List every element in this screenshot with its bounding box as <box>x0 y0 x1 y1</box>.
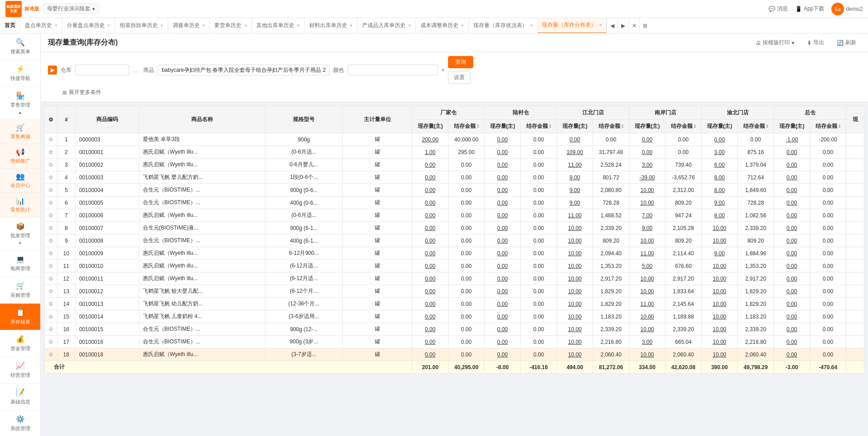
tab-product-in[interactable]: 产成品入库单历史 × <box>358 18 416 33</box>
table-cell-num[interactable]: 9.00 <box>702 197 738 209</box>
table-cell-num[interactable]: 9.00 <box>702 247 738 260</box>
sidebar-item-retail-store[interactable]: 🛒 零售商城 <box>0 120 40 144</box>
tab-assemble[interactable]: 组装拆卸单历史 × <box>115 18 168 33</box>
table-cell-num[interactable]: 0.00 <box>557 133 593 146</box>
tab-cost-adjust[interactable]: 成本调整单历史 × <box>416 18 469 33</box>
table-cell-num[interactable]: 8.00 <box>702 184 738 197</box>
info-icon-2[interactable]: ℹ <box>549 124 551 129</box>
table-cell-num[interactable]: 0.00 <box>702 133 738 146</box>
tab-adjust[interactable]: 调拨单历史 × <box>168 18 210 33</box>
table-cell-num[interactable]: 200.00 <box>412 133 448 146</box>
sidebar-item-inventory[interactable]: 📋 库存核算 <box>0 304 40 330</box>
table-cell-num[interactable]: 8.00 <box>702 171 738 184</box>
table-cell-num[interactable]: 0.00 <box>485 323 521 336</box>
table-cell-num[interactable]: 0.00 <box>412 336 448 348</box>
table-cell-num[interactable]: 10.00 <box>557 247 593 260</box>
table-cell-num[interactable]: 10.00 <box>557 222 593 234</box>
table-cell-num[interactable]: 0.00 <box>485 171 521 184</box>
table-cell-num[interactable]: 0.00 <box>629 146 665 159</box>
table-cell-num[interactable]: 0.00 <box>774 222 810 234</box>
app-download-btn[interactable]: 📱 App下载 <box>795 5 824 13</box>
sidebar-item-retail-stats[interactable]: 📊 零售统计 <box>0 193 40 217</box>
tab-prev-btn[interactable]: ◀ <box>607 18 618 33</box>
tab-other-out-close[interactable]: × <box>297 23 300 28</box>
tab-material-out-close[interactable]: × <box>350 23 353 28</box>
table-cell-num[interactable]: 0.00 <box>412 234 448 247</box>
table-cell-num[interactable]: 0.00 <box>774 310 810 323</box>
table-cell-num[interactable]: 0.00 <box>774 171 810 184</box>
tab-stock-sub-close[interactable]: × <box>108 23 110 28</box>
color-input[interactable] <box>348 65 438 75</box>
tab-adjust-close[interactable]: × <box>203 23 205 28</box>
tab-next-btn[interactable]: ▶ <box>618 18 628 33</box>
sidebar-item-ecom[interactable]: 💻 电商管理 <box>0 250 40 277</box>
table-cell-num[interactable]: 10.00 <box>557 336 593 348</box>
tab-requisition-close[interactable]: × <box>244 23 247 28</box>
table-cell-num[interactable]: 10.00 <box>702 298 738 310</box>
tab-inventory-status[interactable]: 现存量（库存状况表） × <box>469 18 538 33</box>
table-cell-num[interactable]: 0.00 <box>485 260 521 272</box>
tab-stock-sub[interactable]: 分量盘点单历史 × <box>62 18 115 33</box>
table-cell-num[interactable]: 10.00 <box>629 323 665 336</box>
expand-more-btn[interactable]: ⊞ 展开更多条件 <box>61 87 861 98</box>
tab-stock-close[interactable]: × <box>55 23 57 28</box>
sidebar-item-wholesale[interactable]: 📦 批发管理 ▾ <box>0 217 40 250</box>
table-cell-num[interactable]: 9.00 <box>629 222 665 234</box>
warehouse-dots[interactable]: ... <box>133 66 140 74</box>
table-cell-num[interactable]: 0.00 <box>485 285 521 298</box>
table-cell-num[interactable]: 0.00 <box>412 285 448 298</box>
table-cell-num[interactable]: 10.00 <box>702 260 738 272</box>
sidebar-item-marketing[interactable]: 📢 营销推广 <box>0 144 40 169</box>
table-cell-num[interactable]: 0.00 <box>485 348 521 361</box>
sidebar-item-quick[interactable]: ⚡ 快捷导航 <box>0 60 40 87</box>
table-cell-num[interactable]: 0.00 <box>774 184 810 197</box>
table-cell-num[interactable]: 0.00 <box>774 209 810 222</box>
table-cell-num[interactable]: 0.00 <box>774 336 810 348</box>
table-cell-num[interactable]: 10.00 <box>557 310 593 323</box>
table-cell-num[interactable]: -1.00 <box>774 133 810 146</box>
table-cell-num[interactable]: 10.00 <box>702 310 738 323</box>
table-cell-num[interactable]: 0.00 <box>485 209 521 222</box>
user-menu[interactable]: Ea demo2 <box>831 3 863 15</box>
table-cell-num[interactable]: 10.00 <box>557 348 593 361</box>
table-cell-num[interactable]: 0.00 <box>774 298 810 310</box>
table-cell-num[interactable]: 10.00 <box>557 260 593 272</box>
message-btn[interactable]: 💬 消息 <box>769 5 788 13</box>
tab-home[interactable]: 首页 <box>0 18 20 33</box>
info-icon-5[interactable]: ℹ <box>766 124 768 129</box>
table-cell-num[interactable]: 0.00 <box>412 159 448 171</box>
table-cell-num[interactable]: 10.00 <box>557 323 593 336</box>
table-cell-num[interactable]: 10.00 <box>702 285 738 298</box>
tab-expand-btn[interactable]: ⊞ <box>639 18 650 33</box>
table-cell-num[interactable]: 1.00 <box>412 146 448 159</box>
table-cell-num[interactable]: 0.00 <box>774 272 810 285</box>
tab-inventory-dist[interactable]: 现存量（库存分布表） × <box>538 18 607 33</box>
table-cell-num[interactable]: 0.00 <box>412 247 448 260</box>
export-btn[interactable]: ⬇ 导出 <box>802 37 829 48</box>
print-btn[interactable]: 🖨 按模版打印 ▾ <box>751 37 799 48</box>
table-cell-num[interactable]: 0.00 <box>485 159 521 171</box>
table-cell-num[interactable]: 10.00 <box>629 285 665 298</box>
table-cell-num[interactable]: 0.00 <box>485 310 521 323</box>
table-cell-num[interactable]: 3.00 <box>702 146 738 159</box>
table-cell-num[interactable]: 11.00 <box>557 209 593 222</box>
info-icon-tot[interactable]: ℹ <box>839 124 840 129</box>
table-cell-num[interactable]: 10.00 <box>557 298 593 310</box>
table-cell-num[interactable]: 0.00 <box>412 272 448 285</box>
table-cell-num[interactable]: 0.00 <box>774 197 810 209</box>
table-cell-num[interactable]: 0.00 <box>774 348 810 361</box>
table-cell-num[interactable]: 10.00 <box>557 234 593 247</box>
sidebar-item-operations[interactable]: 📈 经营管理 <box>0 357 40 384</box>
table-cell-num[interactable]: 9.00 <box>557 197 593 209</box>
table-cell-num[interactable]: 10.00 <box>702 348 738 361</box>
table-cell-num[interactable]: 10.00 <box>702 222 738 234</box>
sidebar-item-retail[interactable]: 🏪 零售管理 ▲ <box>0 87 40 120</box>
table-cell-num[interactable]: 0.00 <box>485 298 521 310</box>
table-cell-num[interactable]: 0.00 <box>412 184 448 197</box>
tenant-selector[interactable]: 母婴行业演示陈套 ▾ <box>43 4 99 14</box>
table-cell-num[interactable]: 10.00 <box>629 272 665 285</box>
tab-other-out[interactable]: 其他出库单历史 × <box>252 18 305 33</box>
table-cell-num[interactable]: 10.00 <box>629 184 665 197</box>
table-cell-num[interactable]: 0.00 <box>485 336 521 348</box>
table-cell-num[interactable]: 0.00 <box>485 272 521 285</box>
